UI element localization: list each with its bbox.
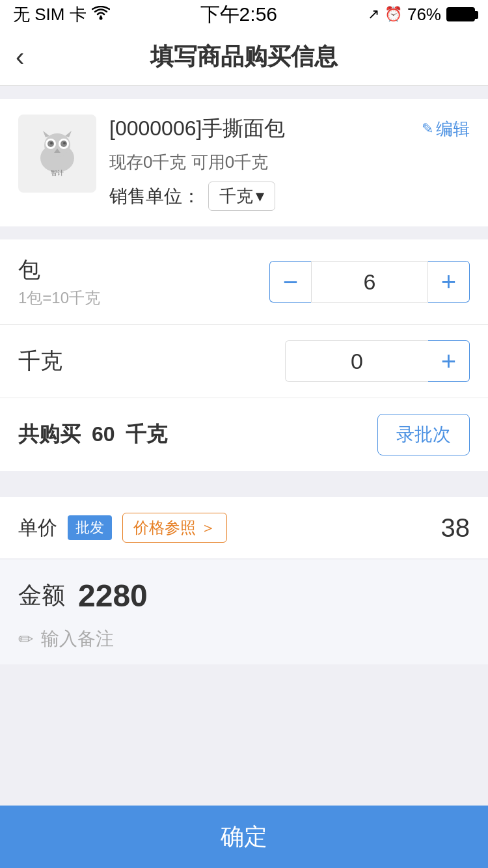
svg-marker-11 xyxy=(65,131,72,137)
price-row: 单价 批发 价格参照 ＞ 38 xyxy=(18,513,470,543)
carrier-text: 无 SIM 卡 xyxy=(13,3,87,26)
unit-dropdown[interactable]: 千克 ▾ xyxy=(208,182,275,211)
alarm-icon: ⏰ xyxy=(385,6,402,23)
wifi-icon xyxy=(92,5,110,25)
amount-label: 金额 xyxy=(18,580,65,612)
battery-icon xyxy=(446,7,475,21)
price-label: 单价 xyxy=(18,515,57,541)
bao-label-group: 包 1包=10千克 xyxy=(18,255,100,308)
amount-section: 金额 2280 ✏ 输入备注 xyxy=(0,560,488,664)
edit-button[interactable]: ✎ 编辑 xyxy=(422,118,470,141)
confirm-button[interactable]: 确定 xyxy=(0,806,488,868)
section-divider-2 xyxy=(0,471,488,484)
status-right: ↗ ⏰ 76% xyxy=(368,5,475,25)
bao-row: 包 1包=10千克 − + xyxy=(0,239,488,325)
kg-stepper: + xyxy=(285,340,470,382)
bao-input[interactable] xyxy=(311,261,428,303)
status-left: 无 SIM 卡 xyxy=(13,3,110,26)
remark-row[interactable]: ✏ 输入备注 xyxy=(18,627,470,651)
svg-point-0 xyxy=(99,16,102,20)
bao-plus-button[interactable]: + xyxy=(428,261,470,303)
product-stock: 现存0千克 可用0千克 xyxy=(109,151,470,174)
chevron-down-icon: ▾ xyxy=(256,186,264,206)
page-title: 填写商品购买信息 xyxy=(150,41,338,73)
battery-text: 76% xyxy=(407,5,441,25)
price-tag: 批发 xyxy=(68,515,112,540)
total-row: 共购买 60 千克 录批次 xyxy=(0,398,488,471)
price-value: 38 xyxy=(441,513,470,543)
bao-hint: 1包=10千克 xyxy=(18,288,100,308)
status-time: 下午2:56 xyxy=(200,1,277,28)
kg-plus-button[interactable]: + xyxy=(428,340,470,382)
product-info: [0000006]手撕面包 ✎ 编辑 现存0千克 可用0千克 销售单位： 千克 … xyxy=(109,115,470,211)
price-section: 单价 批发 价格参照 ＞ 38 xyxy=(0,497,488,558)
section-divider-1 xyxy=(0,226,488,239)
product-unit-row: 销售单位： 千克 ▾ xyxy=(109,182,470,211)
svg-marker-10 xyxy=(43,131,49,137)
product-logo: 智计 xyxy=(31,131,83,176)
nav-bar: ‹ 填写商品购买信息 xyxy=(0,29,488,86)
kg-input[interactable] xyxy=(285,340,428,382)
back-button[interactable]: ‹ xyxy=(16,42,24,72)
product-card: 智计 [0000006]手撕面包 ✎ 编辑 现存0千克 可用0千克 销售单位： … xyxy=(0,99,488,226)
total-qty: 60 xyxy=(92,422,115,446)
total-text: 共购买 60 千克 xyxy=(18,420,167,449)
bao-stepper: − + xyxy=(269,261,470,303)
status-bar: 无 SIM 卡 下午2:56 ↗ ⏰ 76% xyxy=(0,0,488,29)
svg-text:智计: 智计 xyxy=(51,169,64,176)
amount-row: 金额 2280 xyxy=(18,578,470,614)
amount-value: 2280 xyxy=(78,578,148,614)
svg-point-7 xyxy=(50,142,53,144)
batch-button[interactable]: 录批次 xyxy=(377,414,470,455)
edit-icon: ✎ xyxy=(422,120,433,137)
kg-row: 千克 + xyxy=(0,325,488,398)
location-icon: ↗ xyxy=(368,6,379,23)
pencil-icon: ✏ xyxy=(18,629,33,650)
remark-placeholder: 输入备注 xyxy=(41,627,114,651)
bao-label: 包 xyxy=(18,255,100,285)
svg-point-8 xyxy=(63,142,66,144)
product-name: [0000006]手撕面包 xyxy=(109,115,285,143)
kg-label: 千克 xyxy=(18,346,62,376)
price-ref-button[interactable]: 价格参照 ＞ xyxy=(122,513,227,543)
input-section: 包 1包=10千克 − + 千克 + xyxy=(0,239,488,398)
bao-minus-button[interactable]: − xyxy=(269,261,311,303)
product-image: 智计 xyxy=(18,115,96,193)
